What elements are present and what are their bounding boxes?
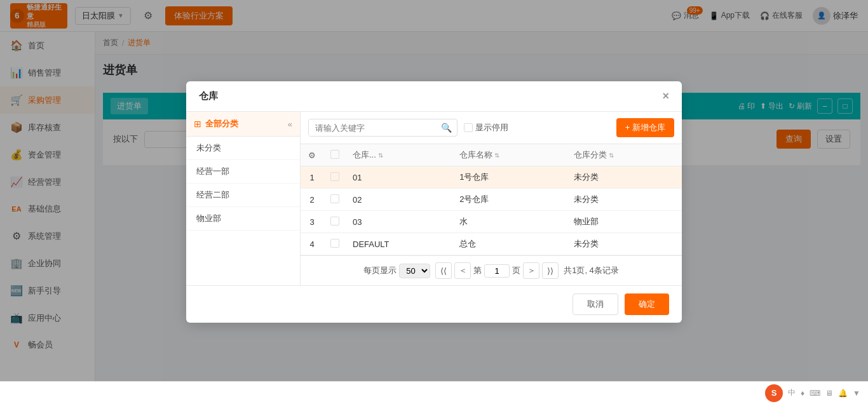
category-title: 全部分类 <box>205 118 238 130</box>
sort-code-icon: ⇅ <box>378 152 383 159</box>
col-category: 仓库分类⇅ <box>567 144 682 166</box>
pagination: 每页显示 50 ⟨⟨ ＜ 第 页 ＞ ⟩⟩ 共1页, 4条记录 <box>301 255 682 285</box>
total-records: 共1页, 4条记录 <box>564 265 619 276</box>
per-page-select[interactable]: 50 <box>399 264 430 278</box>
warehouse-table: ⚙ 仓库...⇅ 仓库名称⇅ <box>301 144 682 255</box>
show-disabled-checkbox[interactable] <box>464 123 473 132</box>
modal-backdrop: 仓库 × ⊞ 全部分类 « 未分类 经营一部 经营二部 物业部 <box>0 0 868 404</box>
row-category: 未分类 <box>567 233 682 255</box>
page-number-input[interactable] <box>484 264 510 278</box>
row-checkbox[interactable] <box>323 189 346 211</box>
modal-body: ⊞ 全部分类 « 未分类 经营一部 经营二部 物业部 🔍 <box>186 112 682 285</box>
search-box: 🔍 <box>308 119 458 137</box>
row-num: 2 <box>301 189 323 211</box>
row-checkbox[interactable] <box>323 166 346 189</box>
cat-item-operation2[interactable]: 经营二部 <box>186 184 300 207</box>
table-row[interactable]: 3 03 水 物业部 <box>301 211 682 233</box>
row-category: 未分类 <box>567 189 682 211</box>
col-checkbox <box>323 144 346 166</box>
sort-category-icon: ⇅ <box>609 152 614 159</box>
search-input[interactable] <box>309 120 436 136</box>
per-page-selector: 每页显示 50 <box>363 264 430 278</box>
add-warehouse-button[interactable]: + 新增仓库 <box>616 118 674 137</box>
col-gear: ⚙ <box>301 144 323 166</box>
page-label: 第 <box>473 265 482 276</box>
table-row[interactable]: 2 02 2号仓库 未分类 <box>301 189 682 211</box>
cat-item-property[interactable]: 物业部 <box>186 207 300 231</box>
table-toolbar: 🔍 显示停用 + 新增仓库 <box>301 112 682 144</box>
next-page-button[interactable]: ＞ <box>523 262 539 279</box>
cat-item-uncategorized[interactable]: 未分类 <box>186 137 300 160</box>
warehouse-modal: 仓库 × ⊞ 全部分类 « 未分类 经营一部 经营二部 物业部 <box>186 81 682 323</box>
table-body: 1 01 1号仓库 未分类 2 02 2号仓库 未分类 3 03 水 物业部 4… <box>301 166 682 255</box>
row-num: 1 <box>301 166 323 189</box>
row-name: 2号仓库 <box>453 189 567 211</box>
col-code: 仓库...⇅ <box>346 144 453 166</box>
category-panel: ⊞ 全部分类 « 未分类 经营一部 经营二部 物业部 <box>186 112 301 285</box>
close-button[interactable]: × <box>662 90 669 103</box>
row-category: 物业部 <box>567 211 682 233</box>
page-nav: ⟨⟨ ＜ 第 页 ＞ ⟩⟩ <box>435 262 559 279</box>
category-list: 未分类 经营一部 经营二部 物业部 <box>186 137 300 285</box>
modal-header: 仓库 × <box>186 81 682 112</box>
table-row[interactable]: 4 DEFAULT 总仓 未分类 <box>301 233 682 255</box>
row-code: DEFAULT <box>346 233 453 255</box>
row-code: 02 <box>346 189 453 211</box>
modal-footer: 取消 确定 <box>186 285 682 323</box>
row-code: 01 <box>346 166 453 189</box>
table-row[interactable]: 1 01 1号仓库 未分类 <box>301 166 682 189</box>
modal-title: 仓库 <box>199 90 218 102</box>
search-button[interactable]: 🔍 <box>436 119 457 136</box>
statusbar: S 中 ♦ ⌨ 🖥 🔔 ▼ <box>0 381 868 404</box>
status-icon-4: 🖥 <box>825 389 833 398</box>
table-panel: 🔍 显示停用 + 新增仓库 ⚙ <box>301 112 682 285</box>
sort-name-icon: ⇅ <box>494 152 499 159</box>
confirm-button[interactable]: 确定 <box>625 293 669 315</box>
row-name: 水 <box>453 211 567 233</box>
page-suffix: 页 <box>512 265 520 276</box>
table-header-row: ⚙ 仓库...⇅ 仓库名称⇅ <box>301 144 682 166</box>
row-code: 03 <box>346 211 453 233</box>
row-num: 4 <box>301 233 323 255</box>
s5-logo: S <box>765 384 783 402</box>
table-scroll-area: ⚙ 仓库...⇅ 仓库名称⇅ <box>301 144 682 255</box>
status-icon-5: 🔔 <box>838 389 848 398</box>
row-checkbox[interactable] <box>323 233 346 255</box>
row-category: 未分类 <box>567 166 682 189</box>
row-checkbox[interactable] <box>323 211 346 233</box>
status-icon-1: 中 <box>788 387 796 398</box>
first-page-button[interactable]: ⟨⟨ <box>435 262 452 279</box>
grid-icon: ⊞ <box>194 119 201 129</box>
category-header[interactable]: ⊞ 全部分类 « <box>186 112 300 137</box>
per-page-label: 每页显示 <box>363 265 397 276</box>
status-icon-6: ▼ <box>853 389 860 398</box>
collapse-icon[interactable]: « <box>288 119 292 129</box>
row-num: 3 <box>301 211 323 233</box>
cat-item-operation1[interactable]: 经营一部 <box>186 160 300 184</box>
col-name: 仓库名称⇅ <box>453 144 567 166</box>
cancel-button[interactable]: 取消 <box>573 293 618 315</box>
gear-col-icon: ⚙ <box>308 151 316 160</box>
status-icon-3: ⌨ <box>810 389 820 398</box>
row-name: 总仓 <box>453 233 567 255</box>
last-page-button[interactable]: ⟩⟩ <box>542 262 559 279</box>
show-disabled-label[interactable]: 显示停用 <box>464 122 508 133</box>
row-name: 1号仓库 <box>453 166 567 189</box>
prev-page-button[interactable]: ＜ <box>454 262 471 279</box>
select-all-checkbox[interactable] <box>330 150 339 159</box>
status-icon-2: ♦ <box>801 389 804 398</box>
